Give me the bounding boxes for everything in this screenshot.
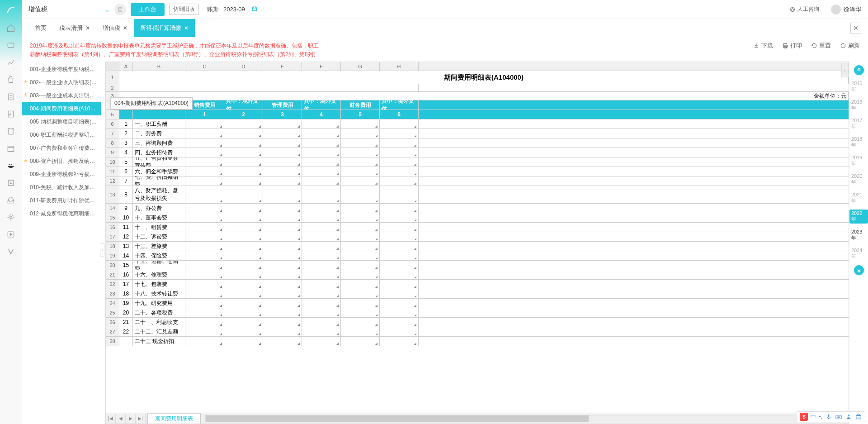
data-cell[interactable] <box>341 167 380 176</box>
row-header[interactable]: 27 <box>106 327 119 336</box>
bag-icon[interactable] <box>6 75 15 84</box>
data-cell[interactable] <box>224 148 263 157</box>
data-cell[interactable] <box>185 223 224 232</box>
data-cell[interactable] <box>263 270 302 279</box>
ime-person-icon[interactable] <box>845 413 852 420</box>
data-cell[interactable] <box>224 223 263 232</box>
data-cell[interactable] <box>341 176 380 186</box>
data-cell[interactable] <box>263 176 302 186</box>
data-cell[interactable] <box>380 157 419 167</box>
data-cell[interactable] <box>224 327 263 336</box>
data-cell[interactable] <box>341 223 380 232</box>
data-cell[interactable] <box>302 261 341 270</box>
data-cell[interactable] <box>224 337 263 346</box>
data-cell[interactable] <box>380 223 419 232</box>
year-2016年[interactable]: 2016年 <box>849 98 868 112</box>
data-cell[interactable] <box>302 308 341 317</box>
data-cell[interactable] <box>302 318 341 327</box>
data-cell[interactable] <box>341 242 380 251</box>
data-cell[interactable] <box>341 251 380 260</box>
data-cell[interactable] <box>263 213 302 222</box>
row-header[interactable]: 12 <box>106 176 119 186</box>
data-cell[interactable] <box>263 232 302 241</box>
data-cell[interactable] <box>224 204 263 213</box>
data-cell[interactable] <box>380 280 419 289</box>
col-header[interactable]: F <box>302 62 341 71</box>
data-cell[interactable] <box>224 251 263 260</box>
data-cell[interactable] <box>185 261 224 270</box>
sogou-icon[interactable]: S <box>800 413 808 421</box>
workbench-button[interactable]: 工作台 <box>131 3 165 16</box>
data-cell[interactable] <box>263 299 302 308</box>
row-header[interactable]: 17 <box>106 232 119 241</box>
data-cell[interactable] <box>341 232 380 241</box>
data-cell[interactable] <box>341 138 380 148</box>
data-cell[interactable] <box>185 213 224 222</box>
year-2017年[interactable]: 2017年 <box>849 117 868 131</box>
data-cell[interactable] <box>302 223 341 232</box>
row-header[interactable]: 13 <box>106 186 119 203</box>
tax-type-selector[interactable]: 增值税 ⌄ <box>28 5 110 14</box>
home-icon[interactable] <box>6 24 15 33</box>
data-cell[interactable] <box>380 129 419 138</box>
chart-icon[interactable] <box>6 58 15 67</box>
col-header[interactable]: H <box>380 62 419 71</box>
data-cell[interactable] <box>302 232 341 241</box>
row-header[interactable]: 22 <box>106 280 119 289</box>
row-header[interactable]: 26 <box>106 318 119 327</box>
row-header[interactable]: 18 <box>106 242 119 251</box>
data-cell[interactable] <box>302 242 341 251</box>
col-header[interactable]: C <box>185 62 224 71</box>
data-cell[interactable] <box>380 186 419 203</box>
calendar-icon[interactable] <box>6 144 15 153</box>
data-cell[interactable] <box>302 129 341 138</box>
data-cell[interactable] <box>185 138 224 148</box>
data-cell[interactable] <box>380 261 419 270</box>
data-cell[interactable] <box>185 129 224 138</box>
app-logo-icon[interactable] <box>5 5 16 15</box>
inbox-icon[interactable] <box>6 195 15 205</box>
data-cell[interactable] <box>224 186 263 203</box>
data-cell[interactable] <box>263 186 302 203</box>
user-menu[interactable]: 徐泽华 <box>831 5 861 14</box>
support-link[interactable]: 人工咨询 <box>789 5 819 13</box>
year-2021年[interactable]: 2021年 <box>849 191 868 205</box>
data-cell[interactable] <box>224 242 263 251</box>
close-icon[interactable]: ✕ <box>184 25 189 31</box>
row-header[interactable]: 25 <box>106 308 119 317</box>
data-cell[interactable] <box>224 232 263 241</box>
data-cell[interactable] <box>263 167 302 176</box>
data-cell[interactable] <box>302 176 341 186</box>
data-cell[interactable] <box>263 148 302 157</box>
doc-icon[interactable] <box>6 92 15 101</box>
row-header[interactable]: 15 <box>106 213 119 222</box>
data-cell[interactable] <box>380 308 419 317</box>
data-cell[interactable] <box>380 167 419 176</box>
data-cell[interactable] <box>224 157 263 167</box>
year-2022年[interactable]: 2022年 <box>849 210 868 224</box>
data-cell[interactable] <box>185 204 224 213</box>
card-icon[interactable] <box>6 41 15 50</box>
sheet-nav-last[interactable]: ▶| <box>136 414 146 424</box>
row-header[interactable]: 20 <box>106 261 119 270</box>
sheet-nav-first[interactable]: |◀ <box>106 414 116 424</box>
data-cell[interactable] <box>302 337 341 346</box>
data-cell[interactable] <box>380 119 419 129</box>
data-cell[interactable] <box>380 213 419 222</box>
data-cell[interactable] <box>185 327 224 336</box>
data-cell[interactable] <box>263 308 302 317</box>
form-list-item[interactable]: 001-企业所得税年度纳税申... <box>22 63 101 76</box>
data-cell[interactable] <box>380 176 419 186</box>
data-cell[interactable] <box>380 251 419 260</box>
col-header[interactable]: D <box>224 62 263 71</box>
ime-keyboard-icon[interactable] <box>835 413 842 420</box>
tab-增值税[interactable]: 增值税✕ <box>96 19 134 37</box>
data-cell[interactable] <box>341 157 380 167</box>
data-cell[interactable] <box>341 299 380 308</box>
data-cell[interactable] <box>263 129 302 138</box>
close-icon[interactable]: ✕ <box>123 25 127 31</box>
row-header[interactable]: 11 <box>106 167 119 176</box>
tab-税表清册[interactable]: 税表清册✕ <box>53 19 96 37</box>
expand-button[interactable]: › <box>841 63 849 77</box>
form-list-item[interactable]: 005-纳税调整项目明细表(A1... <box>22 115 101 129</box>
